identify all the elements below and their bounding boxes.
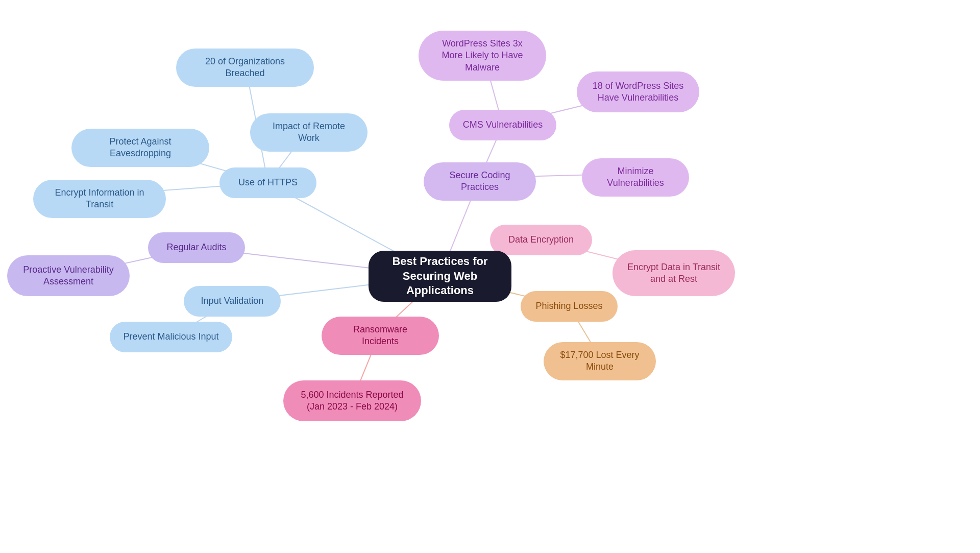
node-orgs_breached: 20 of Organizations Breached [176,49,314,87]
node-center: Best Practices for Securing Web Applicat… [369,251,511,302]
node-data_encryption: Data Encryption [490,225,592,255]
node-phishing_losses_amt: $17,700 Lost Every Minute [544,342,656,380]
node-secure_coding: Secure Coding Practices [424,162,536,201]
node-encrypt_rest: Encrypt Data in Transit and at Rest [612,250,735,296]
node-incidents_reported: 5,600 Incidents Reported (Jan 2023 - Feb… [283,380,421,421]
node-encrypt_transit: Encrypt Information in Transit [33,180,166,218]
node-prevent_malicious: Prevent Malicious Input [110,322,232,352]
node-proactive_vuln: Proactive Vulnerability Assessment [7,255,130,296]
node-regular_audits: Regular Audits [148,232,245,263]
node-cms_vuln: CMS Vulnerabilities [449,110,556,140]
node-protect_eavesdrop: Protect Against Eavesdropping [71,129,209,167]
node-impact_remote: Impact of Remote Work [250,113,368,152]
node-use_https: Use of HTTPS [219,167,316,198]
node-phishing: Phishing Losses [521,291,618,322]
node-ransomware: Ransomware Incidents [322,317,439,355]
node-input_validation: Input Validation [184,286,281,317]
node-wordpress_vuln: 18 of WordPress Sites Have Vulnerabiliti… [577,71,699,112]
node-minimize_vuln: Minimize Vulnerabilities [582,158,689,197]
node-wordpress_malware: WordPress Sites 3x More Likely to Have M… [419,31,546,81]
